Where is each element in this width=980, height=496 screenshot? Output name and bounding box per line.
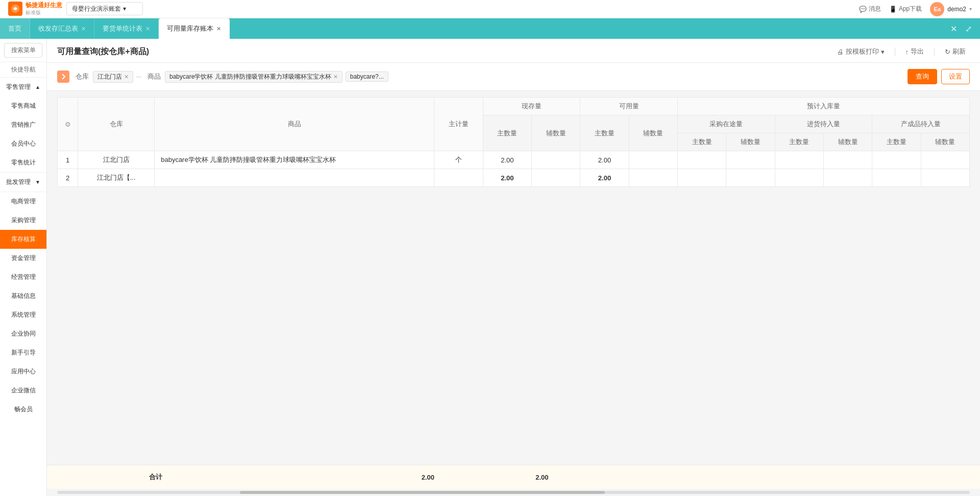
tab-inventory-close-icon[interactable]: ✕ [216, 26, 221, 32]
username: demo2 [947, 6, 966, 13]
row1-inbound-aux [823, 151, 872, 169]
sidebar-item-marketing[interactable]: 营销推广 [0, 115, 46, 134]
sidebar-item-ecommerce[interactable]: 电商管理 [0, 192, 46, 211]
row1-inbound-main [775, 151, 823, 169]
sidebar-wholesale-arrow-icon: ▼ [35, 179, 40, 185]
sidebar-item-enterprise-collab-label: 企业协同 [11, 329, 36, 338]
sidebar-item-retail-stats[interactable]: 零售统计 [0, 153, 46, 172]
tab-inventory[interactable]: 可用量库存账本 ✕ [159, 18, 230, 39]
tab-bar: 首页 收发存汇总表 ✕ 要货单统计表 ✕ 可用量库存账本 ✕ ✕ ⤢ [0, 18, 980, 39]
sidebar-item-enterprise-wechat-label: 企业微信 [11, 386, 36, 395]
row2-purchase-aux [726, 169, 775, 187]
logo-area: 畅捷通好生意 标准版 [8, 2, 62, 16]
user-area[interactable]: Ea demo2 ▾ [930, 2, 972, 16]
top-bar-left: 畅捷通好生意 标准版 母婴行业演示账套 ▾ [8, 2, 143, 16]
message-btn[interactable]: 💬 消息 [859, 5, 881, 13]
sidebar: 搜索菜单 快捷导航 零售管理 ▲ 零售商城 营销推广 会员中心 零售统计 [0, 39, 47, 496]
col-stock-main-header: 主数量 [483, 115, 531, 151]
sidebar-item-enterprise-wechat[interactable]: 企业微信 [0, 381, 46, 400]
row1-avail-main: 2.00 [580, 151, 629, 169]
sidebar-item-app-center-label: 应用中心 [11, 367, 36, 376]
tab-home[interactable]: 首页 [0, 18, 30, 39]
row2-warehouse: 江北门店【... [78, 169, 155, 187]
sidebar-item-quick-nav[interactable]: 快捷导航 [0, 62, 46, 78]
col-forecast-group-header: 预计入库量 [677, 98, 969, 115]
tab-receive-close-icon[interactable]: ✕ [81, 26, 86, 32]
footer-avail-main-total: 2.00 [513, 470, 571, 484]
sidebar-item-finance[interactable]: 资金管理 [0, 249, 46, 268]
sidebar-item-operations[interactable]: 经营管理 [0, 268, 46, 287]
sidebar-item-app-center[interactable]: 应用中心 [0, 362, 46, 381]
warehouse-filter-group: 仓库 江北门店 ✕ ··· [76, 71, 141, 83]
col-purchase-aux-header: 辅数量 [726, 133, 775, 151]
product-tags: babycare学饮杯 儿童防摔防撞吸管杯重力球吸嘴杯宝宝水杯 ✕ babyca… [165, 71, 388, 83]
row2-unit [434, 169, 483, 187]
col-inbound-main-header: 主数量 [775, 133, 823, 151]
export-btn[interactable]: ↑ 导出 [901, 45, 928, 58]
sidebar-item-enterprise-collab[interactable]: 企业协同 [0, 324, 46, 343]
sidebar-item-purchase[interactable]: 采购管理 [0, 211, 46, 230]
horizontal-scrollbar[interactable] [57, 491, 970, 494]
table-settings-icon[interactable]: ⚙ [65, 121, 71, 128]
footer-stock-aux-total [456, 470, 513, 484]
sidebar-retail-arrow-icon: ▲ [35, 84, 40, 90]
page-header: 可用量查询(按仓库+商品) 🖨 按模板打印 ▾ ↑ 导出 ↻ 刷新 [47, 39, 980, 63]
tab-order-stat-close-icon[interactable]: ✕ [145, 26, 150, 32]
footer-purchase-aux-total [684, 470, 742, 484]
print-arrow-icon: ▾ [881, 48, 885, 56]
sidebar-item-wholesale-mgmt-label: 批发管理 [6, 178, 31, 186]
sidebar-search-area: 搜索菜单 [0, 39, 46, 62]
warehouse-more-btn[interactable]: ··· [136, 73, 141, 80]
tab-order-stat[interactable]: 要货单统计表 ✕ [94, 18, 159, 39]
row2-stock-main: 2.00 [483, 169, 531, 187]
refresh-btn[interactable]: ↻ 刷新 [941, 45, 970, 58]
sidebar-item-retail-mall-label: 零售商城 [11, 102, 36, 110]
sidebar-item-newbie[interactable]: 新手引导 [0, 343, 46, 362]
sidebar-item-inventory-check[interactable]: 库存核算 [0, 230, 46, 249]
tab-receive[interactable]: 收发存汇总表 ✕ [30, 18, 94, 39]
row1-purchase-main [677, 151, 726, 169]
row2-no: 2 [58, 169, 78, 187]
row1-avail-aux [629, 151, 677, 169]
col-avail-main-header: 主数量 [580, 115, 629, 151]
col-avail-aux-header: 辅数量 [629, 115, 677, 151]
footer-empty-unit [357, 470, 400, 484]
sidebar-item-member-center[interactable]: 会员中心 [0, 134, 46, 153]
warehouse-tags: 江北门店 ✕ ··· [93, 71, 141, 83]
settings-button[interactable]: 设置 [941, 69, 970, 84]
export-icon: ↑ [905, 48, 909, 56]
sidebar-section-wholesale: 批发管理 ▼ [0, 173, 46, 192]
warehouse-tag-close-icon[interactable]: ✕ [124, 74, 129, 80]
tab-expand-icon[interactable]: ⤢ [963, 22, 974, 36]
refresh-label: 刷新 [952, 47, 966, 56]
sidebar-item-retail-mgmt[interactable]: 零售管理 ▲ [0, 78, 46, 97]
row2-inbound-main [775, 169, 823, 187]
sidebar-item-basic-info[interactable]: 基础信息 [0, 287, 46, 305]
footer-table: 合计 2.00 2.00 [57, 470, 970, 484]
export-label: 导出 [911, 47, 924, 56]
row1-unit: 个 [434, 151, 483, 169]
filter-toggle-btn[interactable] [57, 70, 69, 83]
product-tag-close-icon[interactable]: ✕ [333, 74, 338, 80]
query-button[interactable]: 查询 [908, 69, 937, 84]
industry-select[interactable]: 母婴行业演示账套 ▾ [66, 2, 143, 15]
sidebar-item-retail-mall[interactable]: 零售商城 [0, 97, 46, 115]
print-btn[interactable]: 🖨 按模板打印 ▾ [833, 45, 889, 58]
scrollbar-thumb[interactable] [240, 491, 605, 494]
industry-label: 母婴行业演示账套 [72, 5, 121, 13]
logo-text-area: 畅捷通好生意 标准版 [26, 2, 62, 16]
avatar: Ea [930, 2, 944, 16]
sidebar-item-sys-mgmt[interactable]: 系统管理 [0, 305, 46, 324]
footer-proditem-main-total [856, 470, 913, 484]
footer-stock-main-total: 2.00 [400, 470, 457, 484]
logo-icon [8, 2, 22, 16]
search-menu-button[interactable]: 搜索菜单 [4, 43, 42, 58]
col-purchase-group-header: 采购在途量 [677, 115, 775, 133]
sidebar-item-wholesale-mgmt[interactable]: 批发管理 ▼ [0, 173, 46, 192]
sidebar-item-vip-member[interactable]: 畅会员 [0, 400, 46, 419]
sidebar-section-retail: 零售管理 ▲ 零售商城 营销推广 会员中心 零售统计 [0, 78, 46, 173]
warehouse-filter-label: 仓库 [76, 72, 89, 81]
tab-close-all-icon[interactable]: ✕ [948, 22, 959, 36]
row2-stock-aux [532, 169, 580, 187]
app-download-btn[interactable]: 📱 App下载 [889, 5, 922, 13]
